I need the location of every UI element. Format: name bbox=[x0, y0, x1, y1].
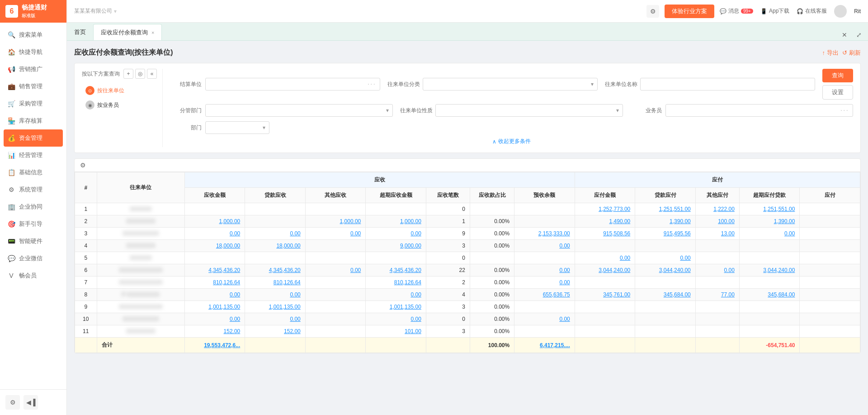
sidebar-item-capital[interactable]: 💰资金管理 bbox=[4, 129, 63, 147]
partner-name-input[interactable] bbox=[640, 78, 815, 91]
export-icon: ↑ bbox=[822, 49, 826, 56]
settlement-label: 结算单位 bbox=[170, 81, 202, 88]
export-btn[interactable]: ↑ 导出 bbox=[822, 49, 839, 57]
footer-label: 合计 bbox=[97, 338, 184, 353]
tab-ar-ap[interactable]: 应收应付余额查询 × bbox=[93, 24, 162, 40]
table-gear-btn[interactable]: ⚙ bbox=[80, 162, 86, 169]
footer-ar-advance[interactable]: 6,417,215.... bbox=[514, 338, 575, 353]
hardware-icon: 📟 bbox=[7, 238, 15, 245]
filter-icons: + ◎ « bbox=[123, 69, 157, 79]
sales-label: 销售管理 bbox=[19, 82, 42, 91]
member-label: 畅会员 bbox=[19, 272, 37, 280]
table-row: 1XXXXXX01,252,773.001,251,551.001,222.00… bbox=[75, 203, 860, 215]
user-name: Rit bbox=[854, 8, 861, 14]
th-ar-advance: 预收余额 bbox=[514, 188, 575, 203]
scheme-by-salesperson[interactable]: ◉ 按业务员 bbox=[82, 99, 157, 111]
field-partner-cat: 往来单位分类 ▾ bbox=[387, 78, 598, 91]
sidebar-item-business[interactable]: 📊经营管理 bbox=[0, 147, 66, 164]
breadcrumb-text: 某某某有限公司 bbox=[74, 7, 112, 15]
filter-collapse-btn[interactable]: « bbox=[147, 69, 157, 79]
th-group-payable: 应付 bbox=[575, 172, 860, 188]
th-unit: 往来单位 bbox=[97, 172, 184, 203]
hardware-label: 智能硬件 bbox=[19, 237, 42, 245]
sidebar: 6 畅捷通财 标准版 🔍搜索菜单🏠快捷导航📢营销推广💼销售管理🛒采购管理🏪库存核… bbox=[0, 0, 67, 415]
settings-footer-btn[interactable]: ⚙ bbox=[5, 395, 20, 410]
salesperson-dots: ··· bbox=[840, 106, 849, 114]
header-right: 💬 消息 99+ 📱 App下载 🎧 在线客服 Rit bbox=[720, 5, 861, 18]
header: 某某某有限公司 ▾ ⚙ 体验行业方案 💬 消息 99+ 📱 App下载 🎧 在线… bbox=[67, 0, 868, 23]
refresh-btn[interactable]: ↺ 刷新 bbox=[842, 49, 861, 57]
filter-tabs: 按以下方案查询 + ◎ « bbox=[82, 69, 157, 79]
sidebar-item-basic[interactable]: 📋基础信息 bbox=[0, 164, 66, 181]
messages-btn[interactable]: 💬 消息 99+ bbox=[720, 7, 753, 15]
sidebar-item-search[interactable]: 🔍搜索菜单 bbox=[0, 26, 66, 43]
tab-home[interactable]: 首页 bbox=[67, 24, 93, 40]
try-industry-btn[interactable]: 体验行业方案 bbox=[665, 5, 714, 18]
sidebar-item-wechat[interactable]: 💬企业微信 bbox=[0, 250, 66, 267]
filter-area: 按以下方案查询 + ◎ « ⊙ 按往来单位 ◉ 按业务员 bbox=[74, 63, 861, 153]
app-download-btn[interactable]: 📱 App下载 bbox=[760, 7, 789, 15]
marketing-label: 营销推广 bbox=[19, 65, 42, 73]
setting-btn[interactable]: 设置 bbox=[822, 85, 853, 100]
page-actions: ↑ 导出 ↺ 刷新 bbox=[822, 49, 861, 57]
dept-input[interactable]: ▾ bbox=[205, 121, 269, 134]
sidebar-item-guide[interactable]: 🎯新手引导 bbox=[0, 215, 66, 233]
message-badge: 99+ bbox=[741, 9, 753, 14]
footer-ap-overdue: -654,751.40 bbox=[739, 338, 800, 353]
sidebar-item-system[interactable]: ⚙系统管理 bbox=[0, 181, 66, 198]
footer-ap-rest bbox=[800, 338, 860, 353]
settlement-input[interactable]: ··· bbox=[205, 78, 380, 91]
partner-cat-input[interactable]: ▾ bbox=[423, 78, 598, 91]
footer-ar-overdue bbox=[366, 338, 426, 353]
online-service-btn[interactable]: 🎧 在线客服 bbox=[797, 7, 827, 15]
wechat-icon: 💬 bbox=[7, 255, 15, 262]
th-ar-count: 应收笔数 bbox=[426, 188, 470, 203]
table-row: 4XXXXXXXX18,000.0018,000.009,000.0030.00… bbox=[75, 240, 860, 252]
page-header: 应收应付余额查询(按往来单位) ↑ 导出 ↺ 刷新 bbox=[74, 48, 861, 57]
app-label: App下载 bbox=[769, 7, 789, 15]
add-filter-btn[interactable]: + bbox=[123, 69, 133, 79]
header-gear-btn[interactable]: ⚙ bbox=[646, 5, 659, 18]
inventory-label: 库存核算 bbox=[19, 117, 42, 125]
partner-cat-label: 往来单位分类 bbox=[387, 81, 419, 88]
system-label: 系统管理 bbox=[19, 186, 42, 194]
breadcrumb-arrow: ▾ bbox=[114, 8, 117, 14]
table-row: 9XXXXXXXXXXXX1,001,135.001,001,135.001,0… bbox=[75, 301, 860, 313]
query-btn[interactable]: 查询 bbox=[822, 69, 853, 82]
tab-ar-ap-close[interactable]: × bbox=[151, 30, 154, 35]
salesperson-label: 业务员 bbox=[630, 107, 662, 114]
sidebar-item-enterprise[interactable]: 🏢企业协同 bbox=[0, 198, 66, 215]
partner-nature-input[interactable]: ▾ bbox=[435, 104, 623, 117]
scheme-by-unit[interactable]: ⊙ 按往来单位 bbox=[82, 84, 157, 97]
table-row: 7XXXXXXXXXXXX810,126.64810,126.64810,126… bbox=[75, 277, 860, 289]
th-ar-overdue: 超期应收金额 bbox=[366, 188, 426, 203]
sidebar-item-quick[interactable]: 🏠快捷导航 bbox=[0, 43, 66, 61]
table-footer-row: 合计 19,553,472,6... 100.00% 6,417,215....… bbox=[75, 338, 860, 353]
sidebar-item-hardware[interactable]: 📟智能硬件 bbox=[0, 233, 66, 250]
maximize-tab-btn[interactable]: ⤢ bbox=[854, 29, 864, 40]
business-label: 经营管理 bbox=[19, 151, 42, 159]
close-tab-btn[interactable]: ✕ bbox=[839, 29, 850, 40]
sidebar-item-inventory[interactable]: 🏪库存核算 bbox=[0, 112, 66, 129]
user-avatar[interactable] bbox=[834, 5, 847, 18]
filter-row-2: 分管部门 ▾ 往来单位性质 ▾ bbox=[170, 104, 853, 117]
dept-manager-input[interactable]: ▾ bbox=[205, 104, 393, 117]
footer-ar-total[interactable]: 19,553,472,6... bbox=[184, 338, 245, 353]
filter-settings-btn[interactable]: ◎ bbox=[135, 69, 145, 79]
sidebar-item-marketing[interactable]: 📢营销推广 bbox=[0, 61, 66, 78]
table-row: 8P XXXXXXXXX0.000.000.0040.00%655,636.75… bbox=[75, 289, 860, 301]
sidebar-item-member[interactable]: V畅会员 bbox=[0, 267, 66, 284]
filter-more-btn[interactable]: ∧ 收起更多条件 bbox=[170, 136, 853, 147]
table-row: 11XXXXXXXX152.00152.00101.0030.00% bbox=[75, 325, 860, 338]
sidebar-item-sales[interactable]: 💼销售管理 bbox=[0, 78, 66, 95]
filter-row-3: 部门 ▾ bbox=[170, 121, 853, 134]
logo-sub: 标准版 bbox=[22, 13, 47, 19]
collapse-sidebar-btn[interactable]: ◀▐ bbox=[24, 395, 38, 410]
salesperson-input[interactable]: ··· bbox=[665, 104, 853, 117]
sidebar-item-purchase[interactable]: 🛒采购管理 bbox=[0, 95, 66, 112]
message-icon: 💬 bbox=[720, 8, 726, 14]
tab-ar-ap-label: 应收应付余额查询 bbox=[101, 29, 148, 37]
enterprise-icon: 🏢 bbox=[7, 203, 15, 210]
footer-ar-other bbox=[305, 338, 366, 353]
footer-ap-amount bbox=[575, 338, 635, 353]
